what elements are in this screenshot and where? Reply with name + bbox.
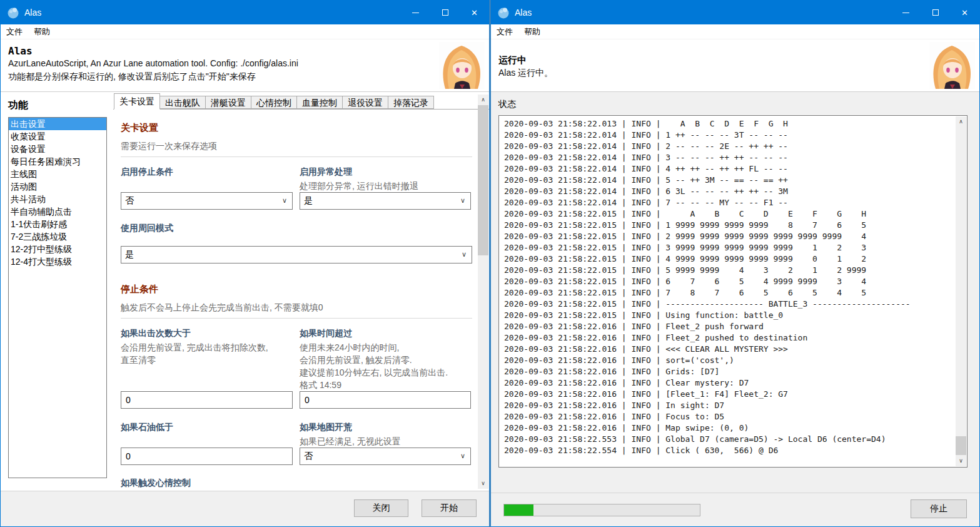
menu-item[interactable]: 文件 [491,24,518,39]
sidebar-item[interactable]: 7-2三战拣垃圾 [9,230,106,243]
start-button[interactable]: 开始 [422,499,477,517]
loop-mode-value: 是 [125,249,134,260]
enable-exception-label: 启用异常处理 [300,165,471,180]
if-time-input[interactable] [300,391,471,409]
panel-scrollbar[interactable]: ∧ ∨ [478,95,488,489]
sidebar-item[interactable]: 设备设置 [9,143,106,155]
close-app-button[interactable]: 关闭 [354,499,408,517]
close-icon: ✕ [471,9,478,17]
runner-body: 状态 2020-09-03 21:58:22.013 | INFO | A B … [491,92,979,526]
app-description: AzurLaneAutoScript, An Azur Lane automat… [8,57,489,70]
sidebar-item[interactable]: 半自动辅助点击 [9,205,106,218]
loop-mode-label: 使用周回模式 [121,221,472,236]
tab[interactable]: 掉落记录 [388,96,434,109]
avatar [929,42,975,89]
if-count-input[interactable] [121,391,293,409]
avatar [439,42,485,89]
tab[interactable]: 退役设置 [342,96,388,109]
tab[interactable]: 心情控制 [251,96,297,109]
scrollbar-thumb[interactable] [478,105,488,255]
section-title-stop: 停止条件 [121,283,472,295]
stop-button[interactable]: 停止 [911,499,967,518]
log-line: 2020-09-03 21:58:22.016 | INFO | [Fleet_… [504,389,967,400]
tab[interactable]: 潜艇设置 [205,96,251,109]
if-time-label: 如果时间超过 [300,326,471,341]
scrollbar-thumb[interactable] [956,436,966,455]
tab[interactable]: 出击舰队 [159,96,206,109]
window-controls: ✕ [401,1,489,24]
minimize-icon [902,13,909,13]
if-map-clear-label: 如果地图开荒 [300,420,471,435]
enable-stop-label: 启用停止条件 [121,165,293,180]
sidebar-item[interactable]: 1-1伏击刷好感 [9,218,106,230]
alas-logo-icon [497,6,510,19]
enable-stop-select[interactable]: 否 ∨ [121,192,293,210]
scroll-down-icon[interactable]: ∨ [956,456,966,466]
empty-desc [121,180,293,192]
footer-divider [491,493,979,493]
sidebar-item[interactable]: 12-4打大型练级 [9,255,106,268]
log-line: 2020-09-03 21:58:22.013 | INFO | A B C D… [504,118,967,130]
log-scrollbar[interactable]: ∧ ∨ [956,116,966,466]
log-line: 2020-09-03 21:58:22.015 | INFO | Using f… [504,310,967,321]
log-line: 2020-09-03 21:58:22.014 | INFO | 5 -- ++… [504,175,967,186]
log-line: 2020-09-03 21:58:22.014 | INFO | 4 ++ ++… [504,163,967,175]
minimize-button[interactable] [401,1,430,24]
app-header: Alas AzurLaneAutoScript, An Azur Lane au… [1,39,489,92]
log-line: 2020-09-03 21:58:22.015 | INFO | 3 9999 … [504,242,967,253]
scroll-down-icon[interactable]: ∨ [478,478,488,489]
log-line: 2020-09-03 21:58:22.015 | INFO | 6 7 6 5… [504,276,967,287]
menubar: 文件帮助 [491,24,979,39]
log-line: 2020-09-03 21:58:22.016 | INFO | Fleet_2… [504,332,967,344]
log-line: 2020-09-03 21:58:22.015 | INFO | -------… [504,299,967,310]
enable-exception-desc: 处理部分异常, 运行出错时撤退 [300,180,471,192]
chevron-down-icon: ∨ [460,452,465,460]
minimize-button[interactable] [891,1,921,24]
if-map-clear-value: 否 [304,451,313,462]
close-window-button[interactable]: ✕ [460,1,489,24]
if-oil-input[interactable] [121,448,293,465]
app-hint: 功能都是分别保存和运行的, 修改设置后别忘了点击"开始"来保存 [8,70,489,83]
sidebar-item[interactable]: 12-2打中型练级 [9,243,106,255]
section-desc-stage: 需要运行一次来保存选项 [121,140,472,152]
log-line: 2020-09-03 21:58:22.015 | INFO | 4 9999 … [504,253,967,265]
runner-status-subtitle: Alas 运行中。 [498,66,979,79]
maximize-button[interactable] [921,1,950,24]
status-label: 状态 [498,99,516,110]
menu-item[interactable]: 帮助 [518,24,546,39]
menu-item[interactable]: 帮助 [28,24,56,39]
log-line: 2020-09-03 21:58:22.015 | INFO | 5 9999 … [504,265,967,276]
log-line: 2020-09-03 21:58:22.554 | INFO | Click (… [504,445,967,456]
scroll-up-icon[interactable]: ∧ [956,116,966,127]
scroll-up-icon[interactable]: ∧ [478,95,488,105]
close-window-button[interactable]: ✕ [950,1,979,24]
log-output: 2020-09-03 21:58:22.013 | INFO | A B C D… [498,115,967,468]
tab[interactable]: 关卡设置 [114,93,160,110]
log-line: 2020-09-03 21:58:22.553 | INFO | Global … [504,434,967,445]
enable-exception-select[interactable]: 是 ∨ [300,192,471,210]
log-line: 2020-09-03 21:58:22.015 | INFO | 2 9999 … [504,231,967,242]
log-line: 2020-09-03 21:58:22.016 | INFO | Grids: … [504,366,967,377]
sidebar-item[interactable]: 活动图 [9,180,106,193]
chevron-down-icon: ∨ [460,197,465,205]
loop-mode-select[interactable]: 是 ∨ [121,246,472,264]
if-map-clear-select[interactable]: 否 ∨ [300,448,471,465]
window-controls: ✕ [891,1,979,24]
sidebar-item[interactable]: 出击设置 [9,118,106,130]
if-map-clear-desc: 如果已经满足, 无视此设置 [300,435,471,448]
sidebar-item[interactable]: 收菜设置 [9,130,106,143]
log-line: 2020-09-03 21:58:22.015 | INFO | A B C D… [504,208,967,220]
sidebar-item[interactable]: 每日任务困难演习 [9,155,106,168]
tab[interactable]: 血量控制 [296,96,343,109]
log-line: 2020-09-03 21:58:22.015 | INFO | 7 8 7 6… [504,287,967,299]
progress-bar [503,504,700,516]
progress-fill [504,504,533,516]
section-desc-stop: 触发后不会马上停止会先完成当前出击, 不需要就填0 [121,301,472,314]
maximize-button[interactable] [430,1,460,24]
menu-item[interactable]: 文件 [1,24,28,39]
runner-status-title: 运行中 [498,45,979,66]
sidebar-item[interactable]: 主线图 [9,168,106,180]
enable-exception-value: 是 [304,195,313,207]
sidebar-item[interactable]: 共斗活动 [9,193,106,205]
alas-settings-window: Alas ✕ 文件帮助 Alas AzurLaneAutoScript, An … [0,0,490,527]
